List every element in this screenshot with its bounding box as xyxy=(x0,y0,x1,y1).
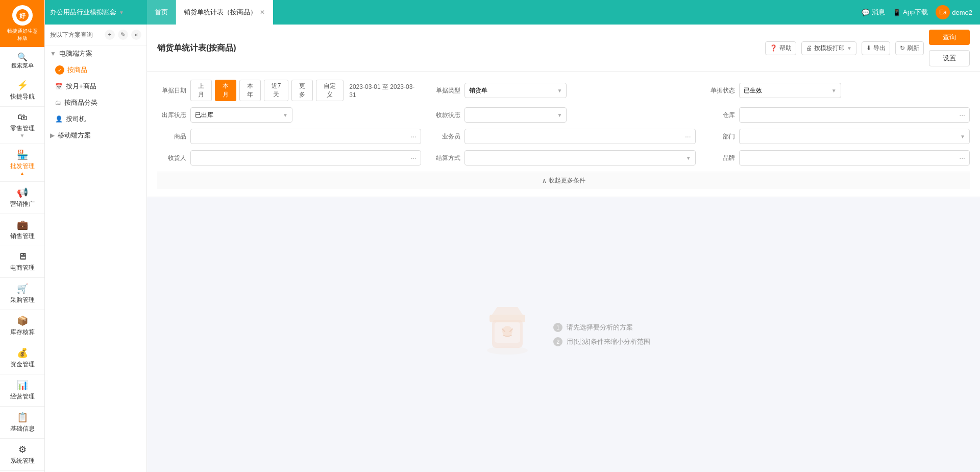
empty-illustration xyxy=(477,299,538,370)
app-logo: 好 畅捷通好生意 标版 xyxy=(0,0,45,47)
message-btn[interactable]: 💬 消息 xyxy=(862,8,885,17)
salesperson-select[interactable]: ··· xyxy=(464,129,695,144)
date-range-display: 2023-03-01 至 2023-03-31 xyxy=(349,83,421,99)
tree-item-by-product[interactable]: ✓ 按商品 xyxy=(45,62,146,78)
date-btn-7days[interactable]: 近7天 xyxy=(264,80,289,101)
app-download-btn[interactable]: 📱 App下载 xyxy=(893,8,928,17)
filter-department-field: 部门 ▼ xyxy=(706,129,970,144)
right-content: 销货单统计表(按商品) ❓ 帮助 🖨 按模板打印 ▼ ⬇ 导出 xyxy=(147,25,980,472)
date-btn-last-month[interactable]: 上月 xyxy=(190,80,212,101)
salesperson-dots[interactable]: ··· xyxy=(685,132,691,140)
refresh-btn[interactable]: ↻ 刷新 xyxy=(895,41,924,55)
person-icon: 👤 xyxy=(55,115,63,123)
edit-scheme-btn[interactable]: ✎ xyxy=(118,30,128,40)
out-status-select[interactable]: 已出库 ▼ xyxy=(190,107,292,123)
sidebar-item-inventory[interactable]: 📦 库存核算 xyxy=(0,310,44,342)
warehouse-dots[interactable]: ··· xyxy=(959,111,965,119)
product-dots[interactable]: ··· xyxy=(411,132,417,140)
sidebar-item-finance[interactable]: 💰 资金管理 xyxy=(0,342,44,374)
tab-close-sales-stat[interactable]: ✕ xyxy=(260,9,265,16)
warehouse-select[interactable]: ··· xyxy=(739,107,970,123)
chevron-right-icon: ▶ xyxy=(50,132,55,139)
doc-type-label: 单据类型 xyxy=(431,86,464,95)
date-btn-this-month[interactable]: 本月 xyxy=(215,80,236,101)
svg-marker-9 xyxy=(492,307,523,315)
filter-row-2: 出库状态 已出库 ▼ 收款状态 ▼ 仓库 xyxy=(157,107,970,123)
tree-item-by-product-category[interactable]: 🗂 按商品分类 xyxy=(45,95,146,111)
filter-out-status-field: 出库状态 已出库 ▼ xyxy=(157,107,421,123)
add-scheme-btn[interactable]: + xyxy=(105,30,115,40)
filter-warehouse-field: 仓库 ··· xyxy=(706,107,970,123)
avatar: Ea xyxy=(936,5,950,19)
sidebar-item-sales[interactable]: 💼 销售管理 xyxy=(0,214,44,246)
filter-row-4: 收货人 ··· 结算方式 ▼ 品牌 xyxy=(157,150,970,166)
chevron-down-icon: ▼ xyxy=(50,50,56,57)
sidebar-item-basic[interactable]: 📋 基础信息 xyxy=(0,407,44,439)
brand-dots[interactable]: ··· xyxy=(959,154,965,162)
filter-row-1: 单据日期 上月 本月 本年 近7天 更多 自定义 2023-03-01 至 20… xyxy=(157,80,970,101)
sidebar-search[interactable]: 🔍 搜索菜单 xyxy=(0,47,44,75)
filter-area: 单据日期 上月 本月 本年 近7天 更多 自定义 2023-03-01 至 20… xyxy=(147,72,980,197)
payment-method-label: 结算方式 xyxy=(431,154,464,162)
tree-mobile-group[interactable]: ▶ 移动端方案 xyxy=(45,127,146,144)
svg-rect-8 xyxy=(489,315,525,322)
tab-sales-stat[interactable]: 销货单统计表（按商品） ✕ xyxy=(176,0,273,25)
collapse-filters-btn[interactable]: ∧ 收起更多条件 xyxy=(157,172,970,189)
industry-selector[interactable]: 办公用品行业模拟账套 ▼ xyxy=(45,8,147,17)
main: 办公用品行业模拟账套 ▼ 首页 销货单统计表（按商品） ✕ 💬 消息 📱 App… xyxy=(45,0,980,472)
print-btn[interactable]: 🖨 按模板打印 ▼ xyxy=(801,41,856,55)
doc-status-dropdown-icon: ▼ xyxy=(831,88,837,93)
warehouse-label: 仓库 xyxy=(706,111,739,120)
settings-btn[interactable]: 设置 xyxy=(929,50,970,66)
doc-status-select[interactable]: 已生效 ▼ xyxy=(739,83,841,98)
sidebar-item-wholesale[interactable]: 🏪 批发管理 ▲ xyxy=(0,144,44,182)
tab-home[interactable]: 首页 xyxy=(147,0,176,25)
recipient-select[interactable]: ··· xyxy=(190,150,421,166)
quick-nav-label: 快捷导航 xyxy=(10,92,35,101)
sidebar-item-ecommerce[interactable]: 🖥 电商管理 xyxy=(0,246,44,278)
date-btn-more[interactable]: 更多 xyxy=(291,80,313,101)
recipient-label: 收货人 xyxy=(157,154,190,162)
svg-text:好: 好 xyxy=(19,12,26,19)
collection-status-label: 收款状态 xyxy=(431,111,464,120)
industry-dropdown-arrow: ▼ xyxy=(119,10,124,15)
logo-text: 畅捷通好生意 标版 xyxy=(7,28,38,42)
sidebar: 好 畅捷通好生意 标版 🔍 搜索菜单 ⚡ 快捷导航 🛍 零售管理 ▼ 🏪 批发管… xyxy=(0,0,45,472)
topbar: 办公用品行业模拟账套 ▼ 首页 销货单统计表（按商品） ✕ 💬 消息 📱 App… xyxy=(45,0,980,25)
brand-select[interactable]: ··· xyxy=(739,150,970,166)
doc-type-dropdown-icon: ▼ xyxy=(557,88,562,93)
collapse-panel-btn[interactable]: « xyxy=(131,30,141,40)
filter-brand-field: 品牌 ··· xyxy=(706,150,970,166)
chevron-up-icon: ∧ xyxy=(542,177,547,184)
date-btn-custom[interactable]: 自定义 xyxy=(316,80,344,101)
sidebar-item-operations[interactable]: 📊 经营管理 xyxy=(0,374,44,407)
tree-item-by-month-product[interactable]: 📅 按月+商品 xyxy=(45,78,146,95)
sidebar-item-marketing[interactable]: 📢 营销推广 xyxy=(0,182,44,214)
sidebar-item-system[interactable]: ⚙ 系统管理 xyxy=(0,439,44,471)
page-actions: ❓ 帮助 🖨 按模板打印 ▼ ⬇ 导出 ↻ 刷新 xyxy=(765,30,970,66)
sidebar-item-retail[interactable]: 🛍 零售管理 ▼ xyxy=(0,107,44,144)
product-select[interactable]: ··· xyxy=(190,129,421,144)
date-btn-this-year[interactable]: 本年 xyxy=(239,80,261,101)
product-label: 商品 xyxy=(157,132,190,141)
tree-desktop-group[interactable]: ▼ 电脑端方案 xyxy=(45,45,146,62)
empty-tip-2: 2 用[过滤]条件来缩小分析范围 xyxy=(553,337,650,346)
help-btn[interactable]: ❓ 帮助 xyxy=(765,41,796,55)
filter-payment-method-field: 结算方式 ▼ xyxy=(431,150,695,166)
doc-type-select[interactable]: 销货单 ▼ xyxy=(464,83,567,98)
user-avatar-btn[interactable]: Ea demo2 xyxy=(936,5,972,19)
date-filter: 上月 本月 本年 近7天 更多 自定义 2023-03-01 至 2023-03… xyxy=(190,80,421,101)
doc-status-label: 单据状态 xyxy=(706,86,739,95)
sidebar-item-quick-nav[interactable]: ⚡ 快捷导航 xyxy=(0,75,44,107)
collection-status-select[interactable]: ▼ xyxy=(464,107,567,123)
query-btn[interactable]: 查询 xyxy=(929,30,970,45)
tree-item-by-cashier[interactable]: 👤 按司机 xyxy=(45,111,146,127)
recipient-dots[interactable]: ··· xyxy=(411,154,417,162)
department-select[interactable]: ▼ xyxy=(739,129,970,144)
payment-method-select[interactable]: ▼ xyxy=(464,150,695,166)
sidebar-item-purchase[interactable]: 🛒 采购管理 xyxy=(0,278,44,310)
left-panel: 按以下方案查询 + ✎ « ▼ 电脑端方案 ✓ 按商品 📅 按月+商品 � xyxy=(45,25,147,472)
calendar-icon: 📅 xyxy=(55,83,63,90)
export-btn[interactable]: ⬇ 导出 xyxy=(862,41,890,55)
empty-tips: 1 请先选择要分析的方案 2 用[过滤]条件来缩小分析范围 xyxy=(553,323,650,346)
